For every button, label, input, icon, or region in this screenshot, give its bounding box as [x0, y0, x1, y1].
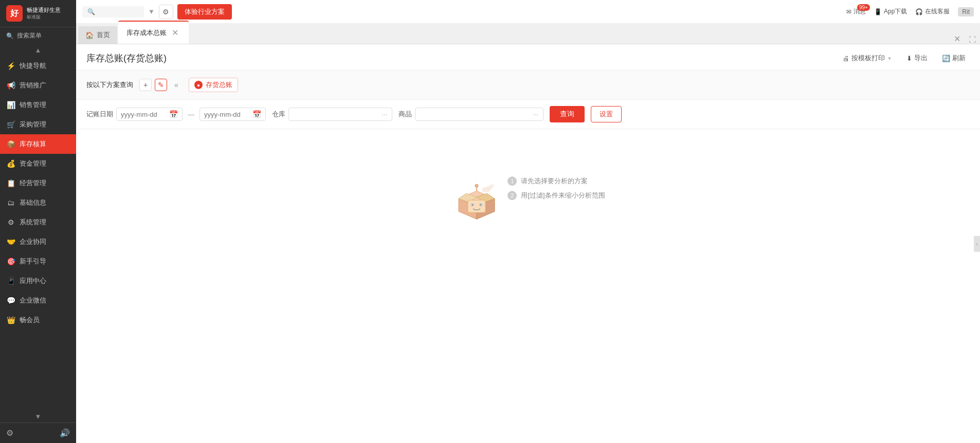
sidebar-item-operations[interactable]: 📋 经营管理 — [0, 173, 76, 193]
tab-close-icon[interactable]: ✕ — [170, 26, 180, 40]
date-end-input[interactable] — [204, 111, 250, 118]
date-start-input[interactable] — [121, 111, 167, 118]
enterprise-icon: 🤝 — [6, 238, 15, 246]
edit-scheme-button[interactable]: ✎ — [155, 79, 167, 91]
print-dropdown-icon: ▼ — [887, 56, 892, 61]
window-expand-button[interactable]: ⛶ — [965, 36, 980, 44]
add-scheme-button[interactable]: + — [139, 79, 152, 91]
tab-home-label: 首页 — [97, 30, 110, 40]
product-more-icon[interactable]: ··· — [533, 110, 539, 118]
online-support-button[interactable]: 🎧 在线客服 — [915, 7, 950, 16]
finance-icon: 💰 — [6, 160, 15, 168]
gear-icon: ⚙ — [162, 8, 169, 16]
page-actions: 🖨 按模板打印 ▼ ⬇ 导出 🔄 刷新 — [839, 51, 970, 65]
warehouse-more-icon[interactable]: ··· — [382, 110, 388, 118]
home-icon: 🏠 — [85, 31, 94, 39]
collapse-scheme-button[interactable]: « — [170, 79, 183, 91]
sidebar-logo: 好 畅捷通好生意 标准版 — [0, 0, 76, 27]
export-button[interactable]: ⬇ 导出 — [902, 51, 932, 65]
sidebar-item-label: 基础信息 — [20, 198, 46, 207]
topbar-right: ✉ 消息 99+ 📱 App下载 🎧 在线客服 Rit — [846, 7, 974, 16]
sidebar-item-marketing[interactable]: 📢 营销推广 — [0, 76, 76, 95]
product-input[interactable] — [420, 111, 531, 118]
industry-solution-button[interactable]: 体验行业方案 — [177, 4, 232, 20]
footer-audio-icon[interactable]: 🔊 — [60, 428, 70, 438]
headset-icon: 🎧 — [915, 8, 923, 15]
sidebar-item-basic[interactable]: 🗂 基础信息 — [0, 193, 76, 212]
empty-tip-1: 1 请先选择要分析的方案 — [507, 176, 605, 186]
sidebar-item-purchase[interactable]: 🛒 采购管理 — [0, 115, 76, 134]
tab-home[interactable]: 🏠 首页 — [78, 26, 117, 44]
messages-button[interactable]: ✉ 消息 99+ — [846, 7, 866, 16]
date-end-input-wrap[interactable]: 📅 — [199, 108, 266, 121]
date-start-input-wrap[interactable]: 📅 — [116, 108, 183, 121]
scheme-item-label: 存货总账 — [206, 80, 232, 90]
filter-scheme-item[interactable]: ● 存货总账 — [189, 78, 238, 92]
sidebar-search-label: 搜索菜单 — [17, 31, 42, 40]
tip-number-1: 1 — [507, 176, 517, 186]
date-field: 记账日期 📅 — 📅 — [86, 108, 266, 121]
avatar-text: Rit — [962, 8, 970, 15]
appcenter-icon: 📱 — [6, 277, 15, 285]
svg-rect-5 — [468, 200, 485, 212]
export-icon: ⬇ — [906, 55, 912, 62]
filter-row: 按以下方案查询 + ✎ « ● 存货总账 — [86, 78, 970, 92]
sidebar-item-system[interactable]: ⚙ 系统管理 — [0, 212, 76, 232]
query-button[interactable]: 查询 — [550, 106, 585, 122]
sidebar-item-finance[interactable]: 💰 资金管理 — [0, 154, 76, 173]
scheme-dot-icon: ● — [194, 81, 203, 89]
settings-button[interactable]: 设置 — [591, 106, 622, 122]
sidebar-item-enterprise[interactable]: 🤝 企业协同 — [0, 232, 76, 252]
topbar-search-box[interactable]: 🔍 — [82, 6, 144, 17]
sidebar-item-sales[interactable]: 📊 销售管理 — [0, 95, 76, 115]
sidebar-item-appcenter[interactable]: 📱 应用中心 — [0, 271, 76, 291]
svg-point-8 — [472, 204, 474, 206]
topbar-settings-button[interactable]: ⚙ — [159, 5, 173, 19]
sidebar-search[interactable]: 🔍 搜索菜单 — [0, 27, 76, 44]
print-template-button[interactable]: 🖨 按模板打印 ▼ — [839, 51, 896, 65]
sidebar-item-label: 系统管理 — [20, 218, 46, 227]
sidebar-item-label: 资金管理 — [20, 159, 46, 168]
box-svg — [451, 170, 502, 222]
user-avatar[interactable]: Rit — [958, 7, 974, 16]
basic-icon: 🗂 — [6, 199, 15, 207]
sidebar-scroll-up[interactable]: ▲ — [0, 44, 76, 56]
calendar-end-icon[interactable]: 📅 — [252, 110, 261, 118]
sidebar-item-label: 销售管理 — [20, 100, 46, 110]
footer-settings-icon[interactable]: ⚙ — [6, 428, 13, 438]
sidebar-item-newguide[interactable]: 🎯 新手引导 — [0, 252, 76, 271]
sidebar-scroll-down[interactable]: ▼ — [0, 411, 76, 422]
warehouse-input-wrap[interactable]: ··· — [288, 108, 392, 121]
app-badge: 标准版 — [27, 14, 61, 21]
message-icon: ✉ — [846, 8, 851, 15]
svg-point-14 — [489, 184, 495, 187]
tab-inventory-cost[interactable]: 库存成本总账 ✕ — [118, 21, 189, 44]
app-name: 畅捷通好生意 — [27, 6, 61, 13]
tip-number-2: 2 — [507, 191, 517, 200]
topbar-dropdown-icon[interactable]: ▼ — [148, 8, 155, 15]
sidebar-item-label: 畅会员 — [20, 315, 40, 325]
app-logo-icon: 好 — [6, 5, 23, 22]
window-close-button[interactable]: ✕ — [950, 34, 965, 44]
newguide-icon: 🎯 — [6, 257, 15, 265]
system-icon: ⚙ — [6, 218, 15, 226]
sidebar-item-member[interactable]: 👑 畅会员 — [0, 310, 76, 330]
svg-point-9 — [480, 204, 482, 206]
warehouse-input[interactable] — [293, 111, 379, 118]
app-download-label: App下载 — [884, 7, 907, 16]
sidebar-item-inventory[interactable]: 📦 库存核算 — [0, 134, 76, 154]
product-label: 商品 — [398, 110, 412, 119]
member-icon: 👑 — [6, 316, 15, 324]
sidebar-item-label: 营销推广 — [20, 81, 46, 90]
refresh-button[interactable]: 🔄 刷新 — [938, 51, 970, 65]
marketing-icon: 📢 — [6, 81, 15, 90]
sidebar-item-label: 采购管理 — [20, 120, 46, 129]
sidebar-item-wechat[interactable]: 💬 企业微信 — [0, 291, 76, 310]
app-download-button[interactable]: 📱 App下载 — [874, 7, 907, 16]
filter-label: 按以下方案查询 — [86, 80, 133, 90]
tip-text-1: 请先选择要分析的方案 — [521, 176, 588, 186]
sidebar-item-quick-nav[interactable]: ⚡ 快捷导航 — [0, 56, 76, 76]
calendar-start-icon[interactable]: 📅 — [169, 110, 178, 118]
product-input-wrap[interactable]: ··· — [415, 108, 543, 121]
side-handle[interactable]: › — [974, 236, 980, 252]
